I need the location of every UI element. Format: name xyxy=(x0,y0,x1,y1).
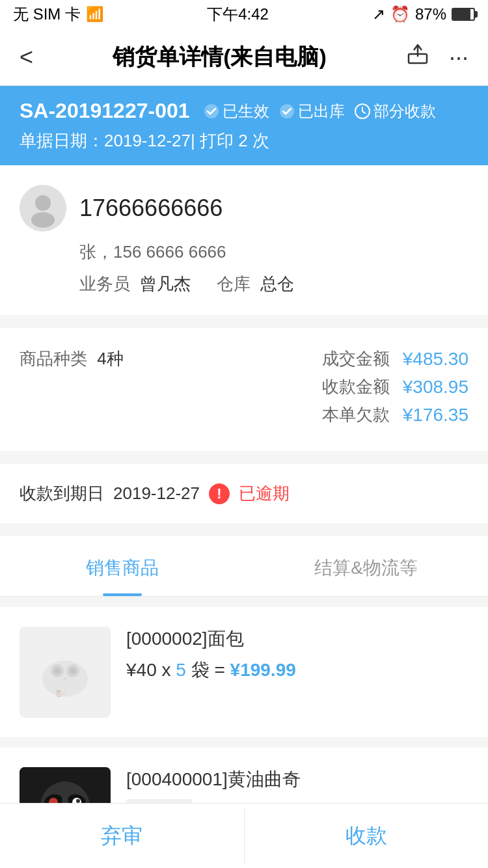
deal-amount-value: ¥485.30 xyxy=(403,349,468,370)
list-item: 🦉+ [0000002]面包 ¥40 x 5 袋 = ¥199.99 xyxy=(0,607,488,737)
customer-phone: 17666666666 xyxy=(79,195,223,222)
status-partial: 部分收款 xyxy=(354,101,436,122)
product-info-1: [0000002]面包 ¥40 x 5 袋 = ¥199.99 xyxy=(126,627,468,683)
more-button[interactable]: ··· xyxy=(449,44,468,71)
status-shipped: 已出库 xyxy=(278,101,345,122)
customer-name-phone: 张，156 6666 6666 xyxy=(20,241,468,264)
tabs: 销售商品 结算&物流等 xyxy=(0,536,488,597)
order-date-line: 单据日期：2019-12-27| 打印 2 次 xyxy=(20,129,468,152)
warehouse-info: 仓库 总仓 xyxy=(217,273,294,295)
overdue-icon: ! xyxy=(209,483,230,504)
battery-text: 87% xyxy=(415,5,446,23)
order-id: SA-20191227-001 xyxy=(20,99,190,123)
product-thumbnail-1: 🦉+ xyxy=(20,627,111,718)
status-bar: 无 SIM 卡 📶 下午4:42 ↗ ⏰ 87% xyxy=(0,0,488,29)
customer-card: 17666666666 张，156 6666 6666 业务员 曾凡杰 仓库 总… xyxy=(0,165,488,315)
product-type-summary: 商品种类 4种 xyxy=(20,347,124,370)
wifi-icon: 📶 xyxy=(86,6,103,23)
overdue-text: 已逾期 xyxy=(239,482,290,505)
status-right: ↗ ⏰ 87% xyxy=(372,5,475,23)
status-effective: 已生效 xyxy=(203,101,269,122)
battery-icon xyxy=(452,8,475,21)
sales-info: 业务员 曾凡杰 xyxy=(79,273,191,295)
svg-point-2 xyxy=(204,104,219,118)
bottom-bar: 弃审 收款 xyxy=(0,803,488,868)
owed-amount-label: 本单欠款 xyxy=(322,403,390,426)
tab-products[interactable]: 销售商品 xyxy=(0,536,244,596)
back-button[interactable]: < xyxy=(20,44,33,71)
due-date-label: 收款到期日 xyxy=(20,482,104,505)
avatar xyxy=(20,185,66,232)
collect-button[interactable]: 收款 xyxy=(245,809,489,863)
owed-amount-value: ¥176.35 xyxy=(403,405,468,426)
due-date-value: 2019-12-27 xyxy=(113,483,200,504)
status-badges: 已生效 已出库 部分收款 xyxy=(203,101,436,122)
svg-text:🦉+: 🦉+ xyxy=(55,689,66,698)
nav-actions: ··· xyxy=(406,42,468,72)
svg-point-11 xyxy=(70,668,76,674)
nav-bar: < 销货单详情(来自电脑) ··· xyxy=(0,29,488,86)
share-button[interactable] xyxy=(406,42,429,72)
product-name-1: [0000002]面包 xyxy=(126,627,468,651)
tab-settlement[interactable]: 结算&物流等 xyxy=(244,536,488,596)
customer-meta: 业务员 曾凡杰 仓库 总仓 xyxy=(20,273,468,295)
product-name-2: [000400001]黄油曲奇 xyxy=(126,767,468,792)
page-title: 销货单详情(来自电脑) xyxy=(113,42,327,72)
order-header: SA-20191227-001 已生效 已出库 部分收款 单据日期：2019-1… xyxy=(0,86,488,165)
due-date-card: 收款到期日 2019-12-27 ! 已逾期 xyxy=(0,464,488,523)
alarm-icon: ⏰ xyxy=(390,5,410,23)
svg-point-6 xyxy=(31,212,55,228)
carrier-text: 无 SIM 卡 xyxy=(13,4,81,25)
summary-card: 商品种类 4种 成交金额 ¥485.30 收款金额 ¥308.95 本单欠款 ¥… xyxy=(0,328,488,451)
received-amount-value: ¥308.95 xyxy=(403,377,468,398)
cancel-review-button[interactable]: 弃审 xyxy=(0,809,245,863)
status-time: 下午4:42 xyxy=(207,4,269,25)
svg-point-3 xyxy=(280,104,294,118)
svg-point-5 xyxy=(35,195,51,211)
deal-amount-label: 成交金额 xyxy=(322,347,390,370)
svg-point-10 xyxy=(54,668,61,674)
location-icon: ↗ xyxy=(372,5,385,23)
product-price-1: ¥40 x 5 袋 = ¥199.99 xyxy=(126,658,468,683)
status-left: 无 SIM 卡 📶 xyxy=(13,4,103,25)
amount-summary: 成交金额 ¥485.30 收款金额 ¥308.95 本单欠款 ¥176.35 xyxy=(322,347,468,431)
received-amount-label: 收款金额 xyxy=(322,375,390,398)
